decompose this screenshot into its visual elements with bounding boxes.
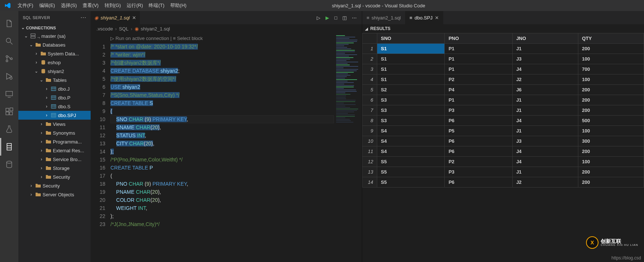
menu-item[interactable]: 选择(S) xyxy=(58,2,80,9)
code-line[interactable]: /*S(Sno,SName,Status,City) */ xyxy=(110,91,334,99)
table-row[interactable]: 2S1P1J3100 xyxy=(363,54,644,64)
tree-node[interactable]: ›Service Bro... xyxy=(18,155,91,164)
column-header[interactable]: JNO xyxy=(512,33,578,44)
more-icon[interactable]: ⋯ xyxy=(80,14,87,21)
stop-icon[interactable]: □ xyxy=(334,15,337,21)
code-line[interactable]: ); xyxy=(110,212,334,220)
table-row[interactable]: 1S1P1J1200 xyxy=(363,44,644,54)
table-row[interactable]: 5S2P4J6200 xyxy=(363,85,644,95)
menu-item[interactable]: 编辑(E) xyxy=(36,2,58,9)
table-row[interactable]: 3S1P1J4700 xyxy=(363,64,644,74)
tree-node[interactable]: ›Storage xyxy=(18,164,91,172)
extensions-icon[interactable] xyxy=(0,103,18,120)
results-header[interactable]: ◢ RESULTS xyxy=(362,24,644,33)
tree-node[interactable]: ›Security xyxy=(18,181,91,190)
table-row[interactable]: 11S4P6J4200 xyxy=(363,146,644,157)
table-row[interactable]: 6S3P1J1200 xyxy=(363,95,644,105)
code-line[interactable]: USE shiyan2 xyxy=(110,83,334,91)
tree-node[interactable]: ⌄shiyan2 xyxy=(18,67,91,76)
menu-item[interactable]: 文件(F) xyxy=(15,2,36,9)
code-line[interactable]: CREATE DATABASE shiyan2; xyxy=(110,67,334,75)
column-header[interactable]: QTY xyxy=(578,33,644,44)
close-icon[interactable]: ✕ xyxy=(435,15,439,21)
code-line[interactable]: /* *start on @date: 2020-10-10 19:32*/ xyxy=(110,43,334,51)
code-line[interactable]: WEIGHT INT, xyxy=(110,204,334,212)
code-line[interactable]: ( xyxy=(110,172,334,180)
code-line[interactable]: ); xyxy=(110,148,334,156)
source-control-icon[interactable] xyxy=(0,50,18,68)
table-row[interactable]: 9S4P5J1100 xyxy=(363,126,644,136)
code-line[interactable]: /*创建shiyan2数据库*/ xyxy=(110,59,334,67)
code-line[interactable]: /*使用shiyan2数据库的空间*/ xyxy=(110,75,334,83)
tree-node[interactable]: ⌄Databases xyxy=(18,40,91,49)
code-lens[interactable]: ▷ Run on active connection | ≡ Select bl… xyxy=(110,34,334,43)
db-icon xyxy=(40,68,46,74)
run-outline-icon[interactable]: ▷ xyxy=(317,15,320,21)
code-line[interactable]: CREATE TABLE S xyxy=(110,99,334,107)
tree-node[interactable]: ›Views xyxy=(18,120,91,128)
tree-node[interactable]: ›eshop xyxy=(18,58,91,67)
testing-icon[interactable] xyxy=(0,120,18,138)
list-icon: ≡ xyxy=(410,15,412,21)
menu-item[interactable]: 查看(V) xyxy=(80,2,101,9)
breadcrumb[interactable]: .vscode› SQL› ◉ shiyan2_1.sql xyxy=(91,24,362,33)
search-icon[interactable] xyxy=(0,32,18,50)
explorer-icon[interactable] xyxy=(0,15,18,32)
code-line[interactable]: PNAME CHAR(20), xyxy=(110,188,334,196)
table-row[interactable]: 14S5P6J2200 xyxy=(363,177,644,188)
menu-item[interactable]: 运行(R) xyxy=(124,2,146,9)
code-line[interactable]: STATUS INT, xyxy=(110,131,334,139)
tree-node[interactable]: ›dbo.P xyxy=(18,93,91,102)
column-header[interactable]: PNO xyxy=(445,33,512,44)
tree-node[interactable]: ›dbo.S xyxy=(18,102,91,111)
tree-node[interactable]: ›System Data... xyxy=(18,49,91,58)
table-row[interactable]: 4S1P2J2100 xyxy=(363,74,644,85)
table-row[interactable]: 10S4P6J3300 xyxy=(363,136,644,146)
code-line[interactable]: /* *writer: wjm*/ xyxy=(110,51,334,59)
code-line[interactable]: CREATE TABLE P xyxy=(110,164,334,172)
menu-item[interactable]: 终端(T) xyxy=(146,2,167,9)
tree-node[interactable]: ›External Res... xyxy=(18,146,91,155)
minimap[interactable] xyxy=(334,33,362,262)
chevron-icon: › xyxy=(34,60,39,65)
code-line[interactable]: ( xyxy=(110,107,334,115)
code-line[interactable]: PNO CHAR (9) PRIMARY KEY, xyxy=(110,180,334,188)
split-editor-icon[interactable]: ◫ xyxy=(342,15,347,21)
table-row[interactable]: 13S5P3J1200 xyxy=(363,167,644,177)
tree-node[interactable]: ›dbo.J xyxy=(18,84,91,93)
run-debug-icon[interactable] xyxy=(0,68,18,85)
sql-server-icon[interactable] xyxy=(0,138,18,156)
results-grid[interactable]: SNOPNOJNOQTY1S1P1J12002S1P1J31003S1P1J47… xyxy=(362,33,644,262)
menu-item[interactable]: 转到(G) xyxy=(102,2,124,9)
tree-node[interactable]: ›Security xyxy=(18,172,91,181)
close-icon[interactable]: ✕ xyxy=(132,15,136,21)
code-line[interactable]: CITY CHAR(20), xyxy=(110,139,334,148)
code-line[interactable]: SNAME CHAR(20), xyxy=(110,123,334,131)
run-icon[interactable]: ▶ xyxy=(325,15,329,21)
table-row[interactable]: 8S3P6J4500 xyxy=(363,116,644,126)
code-line[interactable]: SNO CHAR (9) PRIMARY KEY, xyxy=(110,115,334,123)
editor-tab-shiyan2[interactable]: ◉ shiyan2_1.sql ✕ xyxy=(91,11,140,24)
tree-node[interactable]: ›Programma... xyxy=(18,137,91,146)
results-tab-spj[interactable]: ≡ dbo.SPJ ✕ xyxy=(405,11,443,24)
database-icon[interactable] xyxy=(0,156,18,173)
tree-node[interactable]: ›dbo.SPJ xyxy=(18,111,91,120)
tree-node[interactable]: ›Synonyms xyxy=(18,128,91,137)
tree-label: Storage xyxy=(53,165,70,171)
tree-node[interactable]: ⌄Tables xyxy=(18,76,91,84)
column-header[interactable]: SNO xyxy=(377,33,445,44)
results-panel: ≡ shiyan2_1.sql ≡ dbo.SPJ ✕ ◢ RESULTS SN… xyxy=(362,11,644,262)
connections-header[interactable]: ⌄CONNECTIONS xyxy=(18,24,91,32)
code-editor[interactable]: ▷ Run on active connection | ≡ Select bl… xyxy=(110,33,334,262)
more-actions-icon[interactable]: ⋯ xyxy=(352,15,357,21)
code-line[interactable]: /*J(Jno,JName,City)*/ xyxy=(110,220,334,228)
table-row[interactable]: 12S5P2J4100 xyxy=(363,157,644,167)
table-row[interactable]: 7S3P3J1200 xyxy=(363,105,644,116)
tree-node[interactable]: ⌄., master (sa) xyxy=(18,32,91,40)
results-tab-sql[interactable]: ≡ shiyan2_1.sql xyxy=(362,11,405,24)
menu-item[interactable]: 帮助(H) xyxy=(167,2,189,9)
tree-node[interactable]: ›Server Objects xyxy=(18,190,91,199)
code-line[interactable]: /*P(Pno,PName,Color,Weitht) */ xyxy=(110,156,334,164)
code-line[interactable]: COLOR CHAR(20), xyxy=(110,196,334,204)
remote-icon[interactable] xyxy=(0,85,18,103)
